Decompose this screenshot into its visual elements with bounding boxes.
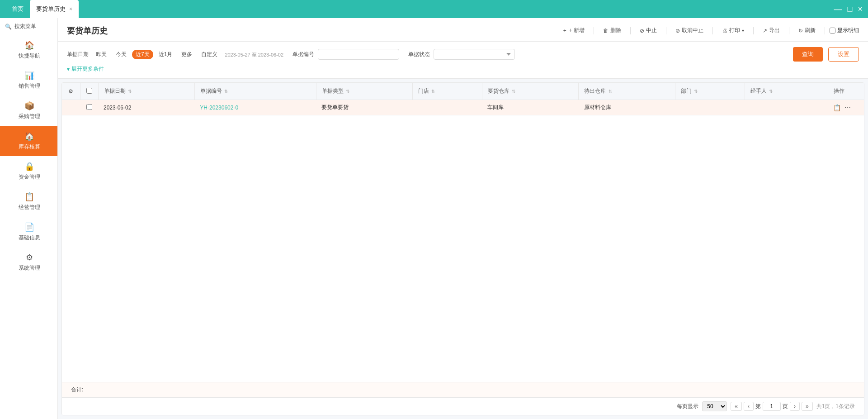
last-page-button[interactable]: » [802, 402, 813, 411]
main-layout: 🔍 搜索菜单 🏠 快捷导航 📊 销售管理 📦 采购管理 🏠 库存核算 🔒 资金管… [0, 18, 868, 419]
page-label-prefix: 第 [755, 403, 761, 410]
close-window-icon[interactable]: × [858, 5, 863, 14]
sidebar-item-finance-mgmt[interactable]: 🔒 资金管理 [0, 156, 57, 186]
export-button[interactable]: ↗ 导出 [758, 24, 784, 37]
stop-icon: ⊘ [640, 28, 644, 34]
status-filter-label: 单据状态 [408, 51, 430, 58]
expand-label: 展开更多条件 [71, 65, 104, 73]
sidebar-item-label: 基础信息 [19, 234, 40, 242]
cancel-stop-icon: ⊘ [675, 28, 680, 34]
sidebar-item-label: 快捷导航 [19, 52, 40, 60]
divider [825, 27, 825, 34]
th-doc-type[interactable]: 单据类型 ⇅ [316, 83, 412, 100]
sort-icon-pending-warehouse: ⇅ [609, 89, 612, 94]
sort-icon-handler: ⇅ [769, 89, 773, 94]
minimize-icon[interactable]: — [834, 5, 842, 14]
maximize-icon[interactable]: □ [848, 5, 853, 14]
td-checkbox [80, 100, 98, 115]
table-header-row: ⚙ 单据日期 ⇅ 单据编号 ⇅ [62, 83, 864, 100]
row-actions: 📋 ⋯ [833, 104, 859, 111]
td-handler [745, 100, 828, 115]
th-doc-date[interactable]: 单据日期 ⇅ [98, 83, 194, 100]
next-page-button[interactable]: › [790, 402, 800, 411]
content-area: 要货单历史 + + 新增 🗑 删除 ⊘ 中止 ⊘ [58, 18, 868, 419]
sidebar-item-basic-info[interactable]: 📄 基础信息 [0, 217, 57, 247]
status-filter: 单据状态 [408, 49, 515, 60]
date-range-text: 2023-05-27 至 2023-06-02 [225, 52, 283, 58]
sidebar-item-quick-nav[interactable]: 🏠 快捷导航 [0, 35, 57, 65]
th-dept[interactable]: 部门 ⇅ [675, 83, 745, 100]
sys-icon: ⚙ [26, 252, 33, 262]
delete-button[interactable]: 🗑 删除 [599, 24, 626, 37]
tab-close-icon[interactable]: × [69, 6, 72, 12]
total-info: 共1页，1条记录 [816, 403, 855, 410]
prev-page-button[interactable]: ‹ [744, 402, 754, 411]
window-controls: — □ × [834, 5, 863, 14]
inventory-icon: 🏠 [24, 131, 34, 141]
row-more-icon[interactable]: ⋯ [844, 104, 851, 111]
td-dept [675, 100, 745, 115]
divider [666, 27, 666, 34]
settings-button[interactable]: 设置 [828, 47, 859, 62]
th-action: 操作 [828, 83, 864, 100]
summary-label: 合计: [71, 386, 83, 393]
stop-button[interactable]: ⊘ 中止 [635, 24, 661, 37]
sales-icon: 📊 [24, 71, 34, 81]
sort-icon-doc-number: ⇅ [224, 89, 228, 94]
sort-icon-doc-date: ⇅ [128, 89, 132, 94]
sidebar-item-label: 库存核算 [19, 143, 40, 151]
display-detail-toggle[interactable]: 显示明细 [830, 27, 859, 34]
expand-more-button[interactable]: ▾ 展开更多条件 [67, 65, 859, 73]
row-checkbox[interactable] [86, 104, 92, 110]
sidebar-item-ops-mgmt[interactable]: 📋 经营管理 [0, 186, 57, 217]
sidebar-search[interactable]: 🔍 搜索菜单 [0, 18, 57, 35]
table-scroll[interactable]: ⚙ 单据日期 ⇅ 单据编号 ⇅ [62, 83, 864, 382]
th-req-warehouse[interactable]: 要货仓库 ⇅ [482, 83, 578, 100]
th-pending-warehouse[interactable]: 待出仓库 ⇅ [579, 83, 675, 100]
print-dropdown-icon: ▾ [742, 28, 744, 33]
date-last7days[interactable]: 近7天 [132, 50, 153, 59]
sidebar-item-label: 系统管理 [19, 264, 40, 272]
pagination: 每页显示 50 10 20 100 « ‹ 第 页 › » 共1页，1条记录 [62, 397, 864, 415]
page-number-input[interactable] [763, 402, 781, 411]
table-footer: 合计: [62, 382, 864, 397]
date-last1month[interactable]: 近1月 [155, 50, 176, 59]
th-doc-number[interactable]: 单据编号 ⇅ [194, 83, 316, 100]
basic-icon: 📄 [24, 222, 34, 232]
select-all-checkbox[interactable] [86, 88, 92, 94]
sidebar-item-purchase-mgmt[interactable]: 📦 采购管理 [0, 95, 57, 126]
display-detail-checkbox[interactable] [830, 28, 835, 33]
first-page-button[interactable]: « [731, 402, 742, 411]
cancel-stop-button[interactable]: ⊘ 取消中止 [671, 24, 708, 37]
new-button[interactable]: + + 新增 [559, 24, 589, 37]
row-edit-icon[interactable]: 📋 [833, 104, 841, 111]
query-button[interactable]: 查询 [793, 47, 823, 62]
sidebar-item-sys-mgmt[interactable]: ⚙ 系统管理 [0, 247, 57, 277]
td-actions: 📋 ⋯ [828, 100, 864, 115]
date-custom[interactable]: 自定义 [198, 50, 221, 59]
sidebar-item-inventory[interactable]: 🏠 库存核算 [0, 126, 57, 156]
td-doc-date: 2023-06-02 [98, 100, 194, 115]
td-doc-type: 要货单要货 [316, 100, 412, 115]
date-today[interactable]: 今天 [112, 50, 130, 59]
th-handler[interactable]: 经手人 ⇅ [745, 83, 828, 100]
date-yesterday[interactable]: 昨天 [92, 50, 110, 59]
td-settings [62, 100, 80, 115]
date-more[interactable]: 更多 [178, 50, 196, 59]
th-settings[interactable]: ⚙ [62, 83, 80, 100]
purchase-icon: 📦 [24, 101, 34, 111]
tab-home[interactable]: 首页 [5, 0, 30, 18]
sort-icon-doc-type: ⇅ [346, 89, 349, 94]
refresh-button[interactable]: ↻ 刷新 [794, 24, 820, 37]
tab-requisition-history[interactable]: 要货单历史 × [30, 0, 79, 18]
status-select[interactable] [434, 49, 515, 60]
page-title: 要货单历史 [67, 25, 108, 36]
doc-number-input[interactable] [318, 49, 399, 60]
sidebar-item-sales-mgmt[interactable]: 📊 销售管理 [0, 65, 57, 95]
print-button[interactable]: 🖨 打印 ▾ [717, 24, 749, 37]
doc-number-link[interactable]: YH-20230602-0 [200, 105, 238, 111]
th-store[interactable]: 门店 ⇅ [412, 83, 482, 100]
top-bar: 首页 要货单历史 × — □ × [0, 0, 868, 18]
per-page-select[interactable]: 50 10 20 100 [702, 401, 727, 411]
divider [789, 27, 789, 34]
